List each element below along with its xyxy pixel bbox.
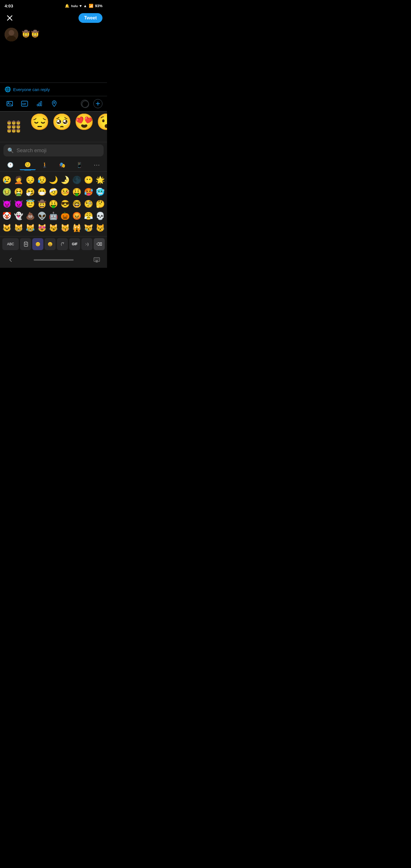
emoji-cell[interactable]: 😤 [83, 210, 94, 222]
emoji-preview-shocked[interactable]: 😯 [95, 114, 107, 140]
tab-objects[interactable]: 📱 [71, 160, 88, 170]
emoji-cell[interactable]: 🎃 [59, 210, 71, 222]
notification-icon: 🔔 [65, 4, 69, 8]
emoji-preview-heart-eyes[interactable]: 😍 [73, 114, 95, 140]
tab-more[interactable]: ⋯ [89, 160, 105, 170]
emoji-search-bar[interactable]: 🔍 [3, 145, 104, 156]
image-button[interactable] [5, 98, 15, 109]
emoji-preview-pleading[interactable]: 🥺 [51, 114, 73, 140]
emoji-cell[interactable]: 🤠 [36, 198, 48, 210]
emoji-cell[interactable]: 🌑 [71, 174, 83, 186]
emoji-cell[interactable]: 😎 [59, 198, 71, 210]
emoji-cell[interactable]: 🙀 [71, 222, 83, 234]
status-time: 4:03 [5, 3, 13, 8]
abc-key[interactable]: ABC [2, 238, 19, 250]
reply-text: Everyone can reply [13, 87, 50, 92]
gif-key[interactable]: GIF [69, 238, 80, 250]
emoji-cell[interactable]: 🤢 [1, 186, 13, 198]
emoji-cell[interactable]: 😸 [13, 222, 25, 234]
emoji-cell[interactable]: 🤑 [71, 186, 83, 198]
home-indicator [34, 259, 74, 261]
emoji-cell[interactable]: 👽 [36, 210, 48, 222]
search-icon: 🔍 [7, 147, 14, 154]
tab-recent[interactable]: 🕐 [2, 160, 19, 170]
emoji-mosaic[interactable]: 🤠🤠🤠🤠🤠🤠🤠🤠🤠 [1, 114, 26, 140]
emoji-grid: 😢 🤦 😔 😥 🌙 🌛 🌑 😶 🌟 🤢 🤮 🤧 😷 🤕 🤒 🤑 🥵 🥶 😈 👿 … [0, 172, 107, 236]
emoji-cell[interactable]: 🌟 [94, 174, 106, 186]
keyboard-system-button[interactable] [91, 254, 102, 266]
emoji-cell[interactable]: 😡 [71, 210, 83, 222]
emoji-key[interactable]: 😊 [32, 238, 43, 250]
emoji-cell[interactable]: 😇 [25, 198, 36, 210]
emoji-cell[interactable]: 😻 [36, 222, 48, 234]
tweet-content: 🤠🤠 [22, 30, 40, 37]
kaomoji-key[interactable]: ( ͡° [57, 238, 68, 250]
status-icons: 🔔 hulu ♥ ▲ 📶 93% [65, 4, 102, 8]
keyboard-bottom: ABC 😊 😄 ( ͡° GIF :-) ⌫ [0, 236, 107, 252]
sticker-key[interactable]: 😄 [44, 238, 56, 250]
emoji-cell[interactable]: 👿 [13, 198, 25, 210]
add-thread-button[interactable] [93, 99, 102, 108]
close-button[interactable] [5, 13, 15, 23]
tab-smileys[interactable]: 🙂 [20, 160, 36, 170]
emoji-cell[interactable]: 😹 [25, 222, 36, 234]
emoji-cell[interactable]: 😼 [48, 222, 59, 234]
emoji-cell[interactable]: 🤔 [94, 198, 106, 210]
poll-button[interactable] [34, 98, 44, 109]
emoji-cell[interactable]: 🌛 [59, 174, 71, 186]
emoji-cell[interactable]: 😾 [94, 222, 106, 234]
avatar-image [5, 28, 18, 41]
heart-icon: ♥ [80, 4, 82, 8]
emoji-cell[interactable]: 😷 [36, 186, 48, 198]
location-button[interactable] [49, 98, 59, 109]
svg-rect-17 [25, 242, 27, 243]
emoji-cell[interactable]: 🐱 [1, 222, 13, 234]
emoji-cell[interactable]: 🥵 [83, 186, 94, 198]
search-input[interactable] [17, 148, 100, 154]
tab-activities[interactable]: 🎭 [54, 160, 70, 170]
emoji-cell[interactable]: 😿 [83, 222, 94, 234]
emoji-cell[interactable]: 🤒 [59, 186, 71, 198]
emoji-preview-sad[interactable]: 😔 [29, 114, 51, 140]
reply-option[interactable]: 🌐 Everyone can reply [0, 83, 107, 96]
emoji-cell[interactable]: 🤑 [48, 198, 59, 210]
svg-rect-10 [39, 103, 40, 106]
emoji-cell[interactable]: 😽 [59, 222, 71, 234]
svg-rect-9 [37, 104, 38, 106]
signal-icon: 📶 [89, 4, 93, 8]
emoji-cell[interactable]: 🤕 [48, 186, 59, 198]
emoji-cell[interactable]: 💀 [94, 210, 106, 222]
svg-rect-11 [40, 101, 42, 106]
system-bar [0, 252, 107, 268]
tweet-button[interactable]: Tweet [78, 13, 102, 23]
clipboard-key[interactable] [20, 238, 31, 250]
emoji-cell[interactable]: 🤦 [13, 174, 25, 186]
kaomoji-alt-key[interactable]: :-) [81, 238, 92, 250]
emoji-cell[interactable]: 😶 [83, 174, 94, 186]
emoji-cell[interactable]: 🤖 [48, 210, 59, 222]
tab-people[interactable]: 🚶 [37, 160, 53, 170]
emoji-cell[interactable]: 🤡 [1, 210, 13, 222]
emoji-cell[interactable]: 💩 [25, 210, 36, 222]
globe-icon: 🌐 [5, 86, 11, 93]
emoji-cell[interactable]: 😥 [36, 174, 48, 186]
emoji-cell[interactable]: 🧐 [83, 198, 94, 210]
compose-text-area[interactable]: 🤠🤠 [22, 28, 102, 80]
emoji-category-tabs: 🕐 🙂 🚶 🎭 📱 ⋯ [0, 159, 107, 172]
status-bar: 4:03 🔔 hulu ♥ ▲ 📶 93% [0, 0, 107, 10]
svg-point-12 [54, 102, 55, 104]
emoji-cell[interactable]: 🤓 [71, 198, 83, 210]
gif-button[interactable]: GIF [20, 98, 30, 109]
back-system-button[interactable] [5, 254, 16, 266]
emoji-cell[interactable]: 🤮 [13, 186, 25, 198]
emoji-cell[interactable]: 🌙 [48, 174, 59, 186]
emoji-cell[interactable]: 😔 [25, 174, 36, 186]
top-bar: Tweet [0, 10, 107, 25]
backspace-key[interactable]: ⌫ [94, 238, 105, 250]
emoji-cell[interactable]: 👻 [13, 210, 25, 222]
emoji-cell[interactable]: 🤧 [25, 186, 36, 198]
emoji-cell[interactable]: 🥶 [94, 186, 106, 198]
svg-point-3 [8, 30, 14, 36]
emoji-cell[interactable]: 😈 [1, 198, 13, 210]
emoji-cell[interactable]: 😢 [1, 174, 13, 186]
